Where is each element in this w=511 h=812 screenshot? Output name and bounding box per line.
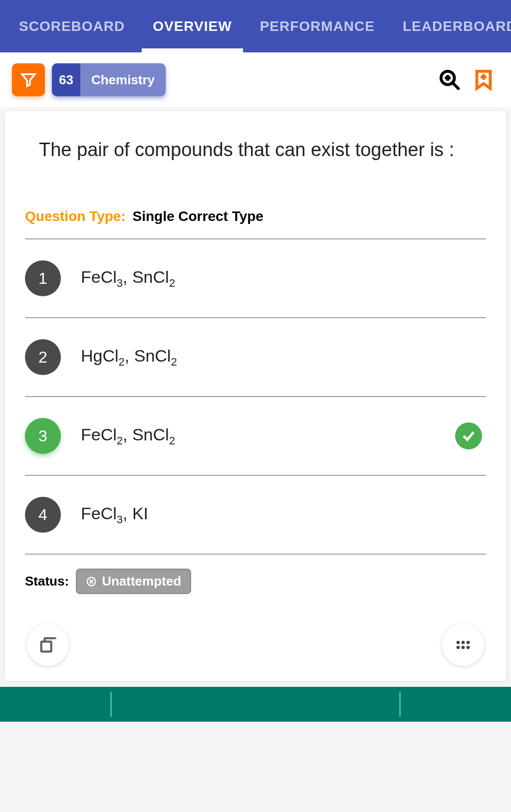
option-number: 2	[25, 339, 61, 375]
status-label: Status:	[25, 574, 69, 589]
footer-segment[interactable]	[112, 687, 399, 722]
option-text: HgCl2, SnCl2	[81, 346, 177, 369]
status-value: Unattempted	[102, 574, 181, 589]
option-text: FeCl2, SnCl2	[81, 425, 175, 447]
svg-point-11	[462, 641, 465, 644]
question-type-value: Single Correct Type	[133, 208, 263, 224]
option-number: 3	[25, 418, 61, 454]
card-bottom-actions	[25, 624, 486, 666]
option-number: 4	[25, 497, 61, 533]
grid-icon	[453, 635, 473, 655]
zoom-in-icon	[438, 68, 461, 91]
question-card: The pair of compounds that can exist tog…	[5, 111, 506, 681]
zoom-in-button[interactable]	[436, 66, 463, 93]
bookmark-add-icon	[472, 68, 495, 91]
options-list: 1FeCl3, SnCl22HgCl2, SnCl23FeCl2, SnCl24…	[25, 238, 486, 555]
bookmark-button[interactable]	[470, 66, 497, 93]
footer-bar	[0, 687, 511, 722]
question-type-row: Question Type: Single Correct Type	[25, 208, 486, 224]
copy-icon	[38, 635, 58, 655]
filter-button[interactable]	[12, 63, 45, 96]
svg-rect-9	[41, 641, 51, 651]
svg-point-15	[467, 646, 470, 649]
svg-line-1	[453, 83, 459, 89]
option-row[interactable]: 3FeCl2, SnCl2	[25, 396, 486, 475]
subject-label: Chemistry	[80, 63, 166, 96]
status-row: Status: Unattempted	[25, 569, 486, 594]
tab-scoreboard[interactable]: SCOREBOARD	[5, 0, 139, 52]
tab-performance[interactable]: PERFORMANCE	[246, 0, 389, 52]
svg-point-13	[457, 646, 460, 649]
question-type-label: Question Type:	[25, 208, 126, 224]
tab-leaderboard[interactable]: LEADERBOARD	[389, 0, 511, 52]
svg-point-14	[462, 646, 465, 649]
copy-button[interactable]	[27, 624, 69, 666]
tab-overview[interactable]: OVERVIEW	[139, 0, 246, 52]
footer-segment[interactable]	[401, 687, 511, 722]
option-text: FeCl3, SnCl2	[81, 267, 175, 290]
status-badge: Unattempted	[76, 569, 191, 594]
svg-point-12	[467, 641, 470, 644]
funnel-icon	[20, 71, 37, 88]
correct-check-icon	[455, 422, 482, 449]
toolbar: 63 Chemistry	[0, 52, 511, 107]
grid-button[interactable]	[442, 624, 484, 666]
circle-x-icon	[86, 576, 97, 587]
footer-segment[interactable]	[0, 687, 110, 722]
option-text: FeCl3, KI	[81, 504, 148, 526]
question-text: The pair of compounds that can exist tog…	[25, 136, 486, 164]
option-row[interactable]: 1FeCl3, SnCl2	[25, 238, 486, 317]
svg-point-10	[457, 641, 460, 644]
top-tabs: SCOREBOARDOVERVIEWPERFORMANCELEADERBOARD	[0, 0, 511, 52]
question-number: 63	[52, 63, 80, 96]
option-row[interactable]: 4FeCl3, KI	[25, 475, 486, 555]
option-number: 1	[25, 260, 61, 296]
question-chip[interactable]: 63 Chemistry	[52, 63, 166, 96]
option-row[interactable]: 2HgCl2, SnCl2	[25, 317, 486, 396]
